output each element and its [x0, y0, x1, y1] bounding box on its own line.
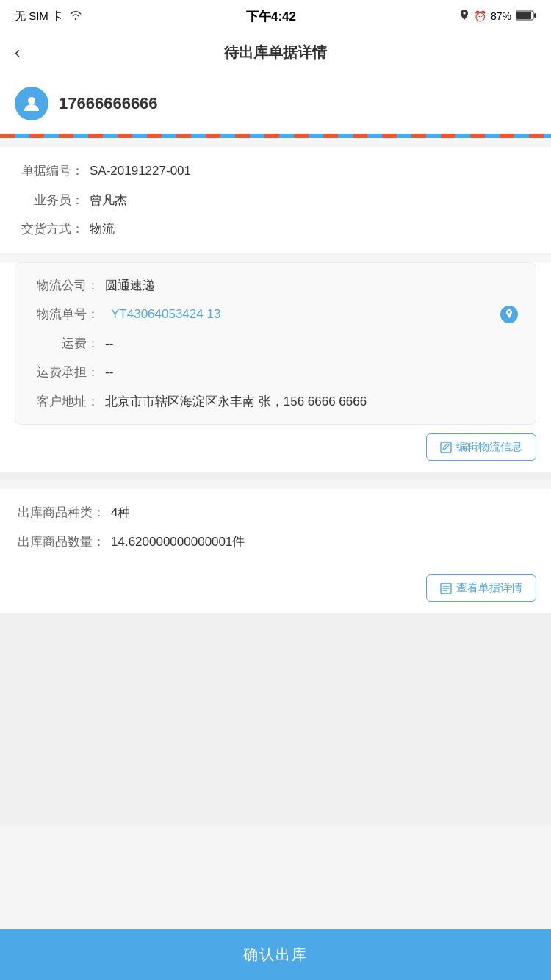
tracking-label: 物流单号： — [33, 305, 99, 324]
section-divider-2 — [0, 613, 551, 621]
order-number-label: 单据编号： — [18, 162, 84, 181]
delivery-value: 物流 — [90, 220, 533, 239]
confirm-button[interactable]: 确认出库 — [243, 945, 308, 965]
product-type-row: 出库商品种类： 4种 — [18, 503, 533, 522]
order-info-section: 单据编号： SA-20191227-001 业务员： 曾凡杰 交货方式： 物流 — [0, 147, 551, 253]
freight-bearer-label: 运费承担： — [33, 363, 99, 382]
stats-section: 出库商品种类： 4种 出库商品数量： 14.620000000000001件 — [0, 489, 551, 566]
order-number-value: SA-20191227-001 — [90, 162, 533, 181]
status-left: 无 SIM 卡 — [15, 10, 83, 24]
back-button[interactable]: ‹ — [9, 37, 26, 68]
delivery-row: 交货方式： 物流 — [18, 220, 533, 239]
product-type-label: 出库商品种类： — [18, 503, 105, 522]
logistics-company-value: 圆通速递 — [105, 276, 518, 295]
view-details-button[interactable]: 查看单据详情 — [426, 574, 536, 602]
product-qty-row: 出库商品数量： 14.620000000000001件 — [18, 533, 533, 552]
freight-bearer-row: 运费承担： -- — [33, 363, 518, 382]
freight-row: 运费： -- — [33, 334, 518, 353]
address-label: 客户地址： — [33, 392, 99, 411]
product-type-value: 4种 — [111, 503, 533, 522]
location-status-icon — [459, 10, 469, 24]
status-time: 下午4:42 — [246, 8, 296, 25]
nav-bar: ‹ 待出库单据详情 — [0, 32, 551, 73]
product-qty-label: 出库商品数量： — [18, 533, 105, 552]
tracking-value: YT43064053424 13 — [111, 305, 494, 324]
dashed-divider — [0, 134, 551, 138]
logistics-company-row: 物流公司： 圆通速递 — [33, 276, 518, 295]
order-number-row: 单据编号： SA-20191227-001 — [18, 162, 533, 181]
address-row: 客户地址： 北京市市辖区海淀区永丰南 张，156 6666 6666 — [33, 392, 518, 411]
freight-label: 运费： — [33, 334, 99, 353]
location-icon[interactable] — [500, 306, 518, 323]
freight-bearer-value: -- — [105, 363, 518, 382]
confirm-section: 确认出库 — [0, 929, 551, 980]
battery-icon — [516, 10, 536, 23]
salesman-row: 业务员： 曾凡杰 — [18, 191, 533, 210]
tracking-number-row: 物流单号： YT43064053424 13 — [33, 305, 518, 324]
avatar — [15, 87, 48, 120]
edit-logistics-button[interactable]: 编辑物流信息 — [426, 433, 536, 461]
customer-header: 17666666666 — [0, 73, 551, 134]
status-bar: 无 SIM 卡 下午4:42 ⏰ 87% — [0, 0, 551, 32]
logistics-company-label: 物流公司： — [33, 276, 99, 295]
view-details-label: 查看单据详情 — [456, 581, 522, 595]
content-spacer — [0, 621, 551, 826]
svg-rect-1 — [516, 12, 531, 19]
logistics-section: 物流公司： 圆通速递 物流单号： YT43064053424 13 运费： --… — [15, 262, 536, 425]
edit-logistics-label: 编辑物流信息 — [456, 440, 522, 454]
svg-rect-4 — [441, 442, 451, 453]
salesman-value: 曾凡杰 — [90, 191, 533, 210]
salesman-label: 业务员： — [18, 191, 84, 210]
freight-value: -- — [105, 334, 518, 353]
page-title: 待出库单据详情 — [224, 43, 327, 62]
status-right: ⏰ 87% — [459, 10, 536, 24]
address-value: 北京市市辖区海淀区永丰南 张，156 6666 6666 — [105, 392, 518, 411]
view-details-row: 查看单据详情 — [0, 566, 551, 613]
svg-rect-2 — [534, 13, 536, 18]
section-divider-1 — [0, 472, 551, 480]
alarm-icon: ⏰ — [474, 10, 486, 22]
product-qty-value: 14.620000000000001件 — [111, 533, 533, 552]
svg-point-3 — [28, 97, 35, 104]
customer-phone: 17666666666 — [59, 94, 158, 113]
delivery-label: 交货方式： — [18, 220, 84, 239]
edit-logistics-row: 编辑物流信息 — [0, 425, 551, 472]
battery-text: 87% — [491, 10, 511, 22]
wifi-icon — [68, 10, 83, 23]
carrier-text: 无 SIM 卡 — [15, 10, 62, 24]
